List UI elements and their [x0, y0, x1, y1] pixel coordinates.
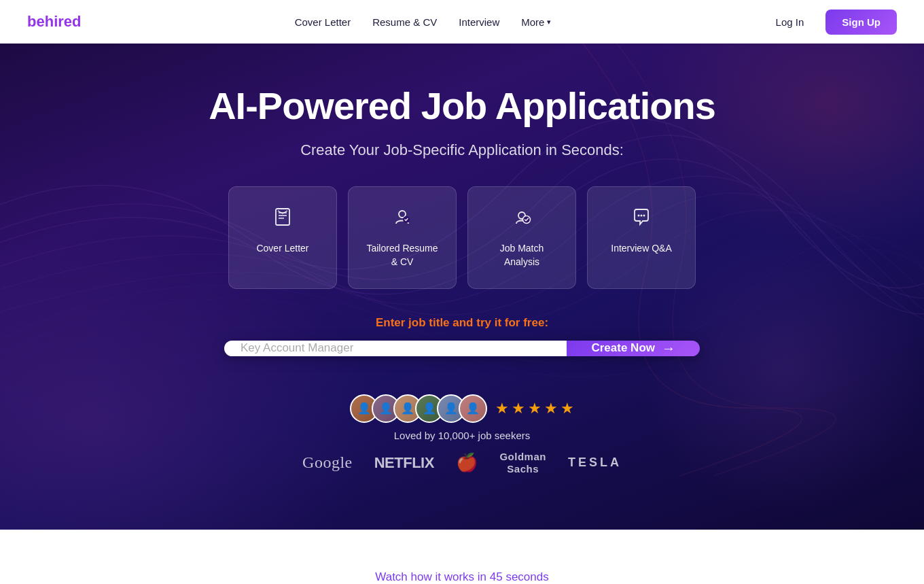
- apple-logo: 🍎: [456, 452, 478, 473]
- hero-section: AI-Powered Job Applications Create Your …: [0, 0, 924, 530]
- create-now-button[interactable]: Create Now →: [567, 341, 700, 356]
- job-title-input[interactable]: [224, 341, 567, 356]
- login-button[interactable]: Log In: [765, 11, 815, 33]
- svg-point-10: [643, 215, 645, 217]
- proof-row: 👤 👤 👤 👤 👤 👤 ★ ★ ★ ★ ★: [350, 394, 574, 423]
- highlight-text: try it for free: [476, 316, 544, 329]
- hero-content: AI-Powered Job Applications Create Your …: [0, 44, 924, 530]
- stars-row: ★ ★ ★ ★ ★: [495, 400, 574, 417]
- feature-card-job-match[interactable]: Job Match Analysis: [467, 186, 576, 288]
- signup-button[interactable]: Sign Up: [825, 10, 897, 35]
- card-cover-letter-label: Cover Letter: [256, 242, 308, 256]
- svg-point-9: [641, 215, 643, 217]
- interview-icon: [630, 206, 652, 233]
- navbar: behired Cover Letter Resume & CV Intervi…: [0, 0, 924, 44]
- goldman-logo: GoldmanSachs: [499, 451, 546, 475]
- hero-subtitle: Create Your Job-Specific Application in …: [300, 141, 624, 159]
- card-interview-label: Interview Q&A: [611, 242, 671, 256]
- company-logos: Google NETFLIX 🍎 GoldmanSachs TESLA: [302, 451, 622, 475]
- nav-links: Cover Letter Resume & CV Interview More …: [295, 16, 552, 28]
- svg-point-4: [399, 211, 406, 218]
- nav-more[interactable]: More ▾: [521, 16, 551, 28]
- feature-card-cover-letter[interactable]: Cover Letter: [228, 186, 337, 288]
- arrow-right-icon: →: [662, 341, 675, 356]
- social-proof: 👤 👤 👤 👤 👤 👤 ★ ★ ★ ★ ★ Loved by 10,000+ j…: [302, 389, 622, 475]
- feature-card-interview[interactable]: Interview Q&A: [587, 186, 696, 288]
- star-4: ★: [544, 400, 558, 417]
- nav-interview[interactable]: Interview: [459, 16, 499, 28]
- feature-cards: Cover Letter Tailored Resume & CV: [228, 186, 696, 288]
- netflix-logo: NETFLIX: [374, 454, 434, 472]
- star-3: ★: [528, 400, 541, 417]
- avatar-6: 👤: [459, 394, 487, 423]
- search-row: Create Now →: [224, 341, 700, 356]
- logo[interactable]: behired: [27, 13, 81, 31]
- create-now-label: Create Now: [591, 341, 655, 355]
- resume-icon: [391, 206, 413, 233]
- nav-actions: Log In Sign Up: [765, 10, 897, 35]
- svg-point-8: [638, 215, 640, 217]
- feature-card-resume[interactable]: Tailored Resume & CV: [348, 186, 457, 288]
- loved-text: Loved by 10,000+ job seekers: [394, 430, 531, 441]
- avatars-row: 👤 👤 👤 👤 👤 👤: [350, 394, 487, 423]
- card-resume-label: Tailored Resume & CV: [362, 242, 442, 269]
- cover-letter-icon: [272, 206, 294, 233]
- input-label: Enter job title and try it for free:: [376, 316, 548, 330]
- star-2: ★: [512, 400, 525, 417]
- nav-cover-letter[interactable]: Cover Letter: [295, 16, 351, 28]
- chevron-down-icon: ▾: [547, 18, 551, 27]
- watch-how-link[interactable]: Watch how it works in 45 seconds: [375, 570, 548, 584]
- star-5: ★: [561, 400, 574, 417]
- hero-title: AI-Powered Job Applications: [209, 84, 715, 128]
- below-hero-section: Watch how it works in 45 seconds behired…: [0, 530, 924, 584]
- job-match-icon: [511, 206, 533, 233]
- card-job-match-label: Job Match Analysis: [482, 242, 562, 269]
- star-1: ★: [495, 400, 509, 417]
- nav-resume-cv[interactable]: Resume & CV: [372, 16, 437, 28]
- tesla-logo: TESLA: [568, 456, 622, 470]
- google-logo: Google: [302, 453, 353, 472]
